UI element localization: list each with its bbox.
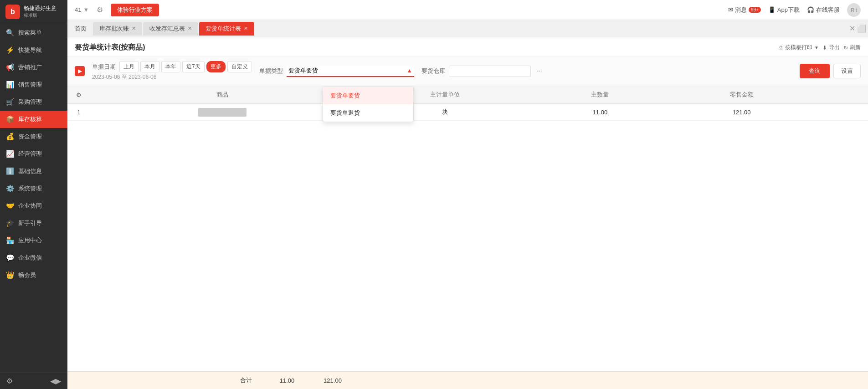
sidebar-item-search[interactable]: 🔍 搜索菜单 <box>0 24 67 41</box>
this-month-btn[interactable]: 本月 <box>140 61 159 72</box>
online-service-action[interactable]: 🎧 在线客服 <box>807 6 840 14</box>
sidebar-item-member[interactable]: 👑 畅会员 <box>0 266 67 284</box>
store-selector[interactable]: 41 ▼ <box>75 6 89 13</box>
last-7-days-btn[interactable]: 近7天 <box>182 61 205 72</box>
filter-expand-button[interactable]: ▶ <box>75 66 85 76</box>
sidebar-item-operations[interactable]: 📈 经营管理 <box>0 145 67 163</box>
close-icon[interactable]: ✕ <box>188 26 192 31</box>
refresh-action[interactable]: ↻ 刷新 <box>843 44 861 51</box>
last-month-btn[interactable]: 上月 <box>119 61 139 72</box>
more-dates-btn[interactable]: 更多 <box>206 61 226 72</box>
row-amount: 121.00 <box>664 104 819 121</box>
data-table: ⚙ 商品 主计量单位 主数量 零售金额 1 ████████ 块 <box>67 86 868 121</box>
tab-home[interactable]: 首页 <box>69 22 92 36</box>
app-download-action[interactable]: 📱 App下载 <box>768 6 800 14</box>
sidebar-item-enterprise-collab[interactable]: 🤝 企业协同 <box>0 197 67 215</box>
member-icon: 👑 <box>5 271 15 279</box>
app-name: 畅捷通好生意 <box>24 5 56 12</box>
sidebar-label-system: 系统管理 <box>18 184 42 193</box>
app-center-icon: 🏪 <box>5 236 15 245</box>
tab-receive-summary[interactable]: 收发存汇总表 ✕ <box>143 22 198 36</box>
collapse-icon[interactable]: ◀▶ <box>50 377 61 385</box>
sidebar-item-purchase[interactable]: 🛒 采购管理 <box>0 93 67 111</box>
type-dropdown: 要货单要货 要货单退货 <box>323 87 414 122</box>
sidebar-label-basic-info: 基础信息 <box>18 167 42 175</box>
close-icon[interactable]: ✕ <box>132 26 136 31</box>
date-buttons: 上月 本月 本年 近7天 更多 自定义 <box>119 61 252 72</box>
operations-icon: 📈 <box>5 150 15 158</box>
sidebar-label-purchase: 采购管理 <box>18 98 42 106</box>
close-icon[interactable]: ✕ <box>244 26 248 31</box>
close-all-icon[interactable]: ✕ <box>849 24 855 33</box>
total-amount: 121.00 <box>310 377 355 384</box>
search-icon: 🔍 <box>5 29 15 37</box>
sidebar-item-sales[interactable]: 📊 销售管理 <box>0 76 67 93</box>
date-filter-group: 单据日期 上月 本月 本年 近7天 更多 自定义 <box>92 61 252 72</box>
dropdown-item-order-goods[interactable]: 要货单要货 <box>323 87 413 104</box>
sidebar-nav: 🔍 搜索菜单 ⚡ 快捷导航 📢 营销推广 📊 销售管理 🛒 采购管理 📦 库存核… <box>0 24 67 373</box>
date-filter-section: 单据日期 上月 本月 本年 近7天 更多 自定义 2023-05-06 至 20… <box>92 61 252 81</box>
headset-icon: 🎧 <box>807 6 814 13</box>
message-action[interactable]: ✉ 消息 99+ <box>728 6 761 14</box>
top-header: 41 ▼ ⚙ 体验行业方案 ✉ 消息 99+ 📱 App下载 🎧 在线客服 Ri… <box>67 0 868 20</box>
online-service-label: 在线客服 <box>816 6 840 14</box>
sidebar-item-enterprise-wechat[interactable]: 💬 企业微信 <box>0 249 67 266</box>
gear-button[interactable]: ⚙ <box>93 4 106 16</box>
sidebar-item-app-center[interactable]: 🏪 应用中心 <box>0 232 67 249</box>
page-header: 要货单统计表(按商品) 🖨 按模板打印 ▼ ⬇ 导出 ↻ 刷新 <box>67 37 868 56</box>
sidebar-label-finance: 资金管理 <box>18 133 42 141</box>
type-select-input[interactable] <box>288 67 407 74</box>
this-year-btn[interactable]: 本年 <box>161 61 180 72</box>
col-extra <box>819 86 868 104</box>
row-quantity: 11.00 <box>536 104 664 121</box>
sales-icon: 📊 <box>5 81 15 89</box>
settings-icon[interactable]: ⚙ <box>6 377 13 385</box>
sidebar-label-marketing: 营销推广 <box>18 63 42 72</box>
sidebar-item-system[interactable]: ⚙️ 系统管理 <box>0 180 67 197</box>
sidebar-label-search: 搜索菜单 <box>18 29 42 37</box>
sidebar-item-finance[interactable]: 💰 资金管理 <box>0 128 67 145</box>
avatar[interactable]: Rit <box>847 3 861 17</box>
guide-icon: 🎓 <box>5 219 15 227</box>
warehouse-input[interactable] <box>449 66 531 77</box>
sidebar-item-basic-info[interactable]: ℹ️ 基础信息 <box>0 163 67 180</box>
table-header-row: ⚙ 商品 主计量单位 主数量 零售金额 <box>67 86 868 104</box>
maximize-icon[interactable]: ⬜ <box>857 24 866 33</box>
col-quantity: 主数量 <box>536 86 664 104</box>
sidebar-logo: b 畅捷通好生意 标准版 <box>0 0 67 24</box>
sidebar-item-inventory[interactable]: 📦 库存核算 <box>0 111 67 128</box>
table-container: ⚙ 商品 主计量单位 主数量 零售金额 1 ████████ 块 <box>67 86 868 371</box>
finance-icon: 💰 <box>5 133 15 141</box>
tab-inventory-batch[interactable]: 库存批次账 ✕ <box>93 22 142 36</box>
settings-button[interactable]: 设置 <box>833 64 861 78</box>
col-amount: 零售金额 <box>664 86 819 104</box>
app-version: 标准版 <box>24 12 56 19</box>
warehouse-label: 要货仓库 <box>421 67 445 75</box>
filter-bar: ▶ 单据日期 上月 本月 本年 近7天 更多 自定义 2023-05-06 至 … <box>67 56 868 86</box>
sidebar-item-marketing[interactable]: 📢 营销推广 <box>0 59 67 76</box>
tab-order-stats[interactable]: 要货单统计表 ✕ <box>199 22 254 36</box>
dropdown-item-order-return[interactable]: 要货单退货 <box>323 104 413 122</box>
more-button[interactable]: ··· <box>536 67 542 75</box>
chevron-down-icon: ▼ <box>814 45 819 50</box>
system-icon: ⚙️ <box>5 184 15 193</box>
sidebar-item-guide[interactable]: 🎓 新手引导 <box>0 215 67 232</box>
row-product: ████████ <box>90 104 354 121</box>
custom-date-btn[interactable]: 自定义 <box>227 61 252 72</box>
query-button[interactable]: 查询 <box>800 64 830 78</box>
message-label: 消息 <box>735 6 747 14</box>
date-label: 单据日期 <box>92 63 116 71</box>
mobile-icon: 📱 <box>768 6 776 13</box>
inventory-icon: 📦 <box>5 115 15 123</box>
sidebar-item-shortcut[interactable]: ⚡ 快捷导航 <box>0 41 67 59</box>
chevron-down-icon: ▼ <box>83 6 89 13</box>
app-logo-icon: b <box>5 5 20 19</box>
export-action[interactable]: ⬇ 导出 <box>822 44 840 51</box>
header-left: 41 ▼ ⚙ 体验行业方案 <box>75 4 159 16</box>
tabs-controls: ✕ ⬜ <box>849 24 866 33</box>
message-badge: 99+ <box>749 7 761 13</box>
type-select-wrapper[interactable]: ▲ <box>287 66 414 77</box>
print-action[interactable]: 🖨 按模板打印 ▼ <box>778 44 819 51</box>
page-actions: 🖨 按模板打印 ▼ ⬇ 导出 ↻ 刷新 <box>778 44 861 51</box>
trial-button[interactable]: 体验行业方案 <box>111 4 159 16</box>
